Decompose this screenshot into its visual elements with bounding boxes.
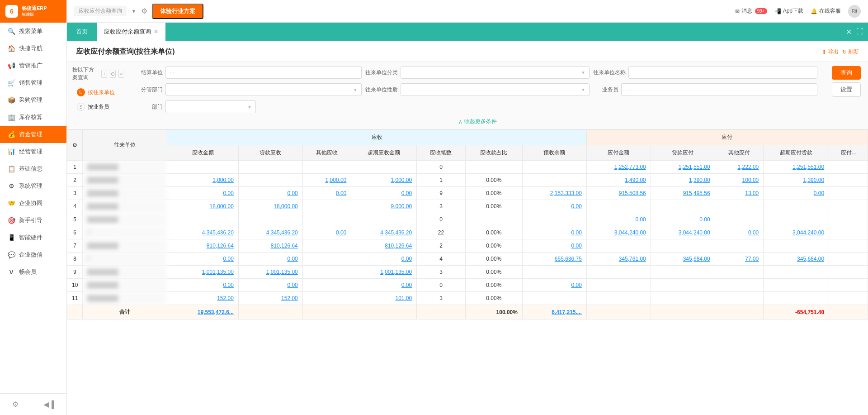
cell-ar_count: 3 [417,292,466,305]
sidebar-settings-btn[interactable]: ⚙ [8,397,23,411]
refresh-button[interactable]: ↻ 刷新 [842,48,859,56]
cell-ap_loan: 1,390.00 [651,174,715,187]
query-by-staff[interactable]: S 按业务员 [72,100,124,113]
cell-unit: ████████ [83,239,167,253]
sidebar-item-wechat[interactable]: 💬 企业微信 [0,246,66,263]
cell-ar_other: 0.00 [302,187,351,200]
query-options-panel: 按以下方案查询 + ⊙ « U 按往来单位 S 按业务员 [67,62,130,129]
unit-category-arrow: ▼ [581,70,585,75]
cell-ap_other [715,279,764,292]
sidebar-item-operation[interactable]: 📊 经营管理 [0,143,66,160]
unit-nature-label: 往来单位性质 [365,86,398,94]
cell-unit: ████████ [83,279,167,292]
sidebar-item-system[interactable]: ⚙ 系统管理 [0,177,66,195]
query-button[interactable]: 查询 [832,66,861,80]
sidebar-item-corp[interactable]: 🤝 企业协同 [0,195,66,212]
tab-arqry-label: 应收应付余额查询 [104,28,151,36]
cell-ap_overdue: 3,044,240.00 [764,226,829,239]
sidebar-item-marketing[interactable]: 📢 营销推广 [0,57,66,74]
payable-group-header: 应付 [586,130,868,145]
cell-ar_ratio: 0.00% [465,187,522,200]
sidebar-item-inventory[interactable]: 🏢 库存核算 [0,109,66,126]
unit-col-header: 往来单位 [83,130,167,161]
cell-ar_other [302,253,351,266]
tab-arqry[interactable]: 应收应付余额查询 ✕ [97,23,165,41]
cell-ar_prepay: 2,153,333.00 [522,187,586,200]
tab-home[interactable]: 首页 [67,23,97,41]
sidebar-item-quicknav[interactable]: 🏠 快捷导航 [0,40,66,57]
salesman-input[interactable]: ··· [621,83,817,96]
cell-ap_other: 13.00 [715,187,764,200]
header-dropdown-btn[interactable]: ▼ [131,8,137,14]
table-area: ⚙ 往来单位 应收 应付 应收金额 贷款应收 其他应收 超期应收金额 应收笔数 … [67,129,868,415]
filter-expand-btn[interactable]: « [118,70,124,78]
cell-ap_more [829,253,868,266]
cell-ap_more [829,187,868,200]
user-avatar[interactable]: Rit [848,5,861,18]
cell-ar_count: 4 [417,253,466,266]
collapse-btn[interactable]: ∧ 收起更多条件 [458,118,497,125]
cell-ap_amount [586,292,651,305]
cell-ar_ratio: 0.00% [465,279,522,292]
sidebar-logo: 6 畅捷通ERP 标准版 [0,0,66,23]
cell-ap_other [715,200,764,213]
online-service-btn[interactable]: 🔔 在线客服 [811,7,841,15]
cell-ar_loan: 152.00 [238,292,302,305]
table-header: ⚙ 往来单位 应收 应付 应收金额 贷款应收 其他应收 超期应收金额 应收笔数 … [67,130,868,161]
sidebar-item-guide[interactable]: 🎯 新手引导 [0,212,66,229]
header-gear-btn[interactable]: ⚙ [141,7,147,15]
table-row: 11████████152.00152.00101.0030.00% [67,292,868,305]
ar-prepay-header: 预收余额 [522,145,586,161]
cell-ar_overdue: 810,126.64 [351,239,417,253]
member-icon: V [7,268,15,276]
setting-button[interactable]: 设置 [832,82,861,97]
tab-fullscreen-btn[interactable]: ⛶ [856,28,863,36]
unit-name-input[interactable] [628,66,817,79]
sidebar-item-hardware[interactable]: 📱 智能硬件 [0,229,66,246]
dept-input[interactable]: ▼ [165,100,256,113]
cell-ar_other [302,292,351,305]
cell-ap_amount: 1,490.00 [586,174,651,187]
by-unit-icon: U [77,88,85,96]
export-button[interactable]: ⬆ 导出 [822,48,839,56]
cell-ar_count: 0 [417,279,466,292]
app-download-btn[interactable]: 📲 App下载 [774,7,803,15]
message-btn[interactable]: ✉ 消息 99+ [735,7,767,15]
collapse-row: ∧ 收起更多条件 [130,116,825,129]
inventory-icon: 🏢 [7,113,15,121]
sidebar-item-search[interactable]: 🔍 搜索菜单 [0,23,66,40]
cell-ar_ratio: 0.00% [465,174,522,187]
sidebar-collapse-btn[interactable]: ◀▐ [39,397,58,411]
table-settings-header[interactable]: ⚙ [67,130,83,161]
tab-close-icon[interactable]: ✕ [154,29,158,35]
filter-target-btn[interactable]: ⊙ [110,70,116,78]
tab-close-window-btn[interactable]: ✕ [846,28,852,36]
cell-ar_other [302,239,351,253]
dept-label: 部门 [137,103,163,111]
sidebar-item-sales[interactable]: 🛒 销售管理 [0,74,66,91]
company-input[interactable]: ··· [165,66,362,79]
sidebar-item-basic[interactable]: 📋 基础信息 [0,160,66,177]
query-by-unit[interactable]: U 按往来单位 [72,86,124,99]
filter-unit-nature-group: 往来单位性质 ▼ [365,83,590,96]
filter-company-group: 结算单位 ··· [137,66,362,79]
sidebar-item-member[interactable]: V 畅会员 [0,263,66,281]
unit-category-input[interactable]: ▼ [401,66,590,79]
logo-name: 畅捷通ERP [22,5,47,11]
dept-manage-input[interactable]: ▼ [165,83,362,96]
add-filter-btn[interactable]: + [101,70,107,78]
page-actions: ⬆ 导出 ↻ 刷新 [822,48,859,56]
sidebar-item-purchase[interactable]: 📦 采购管理 [0,91,66,109]
footer-ar-prepay: 6,417,215.... [522,305,586,320]
sidebar-item-label: 搜索菜单 [19,27,42,35]
header-right: ✉ 消息 99+ 📲 App下载 🔔 在线客服 Rit [735,5,861,18]
table-row: 7████████810,126.64810,126.64810,126.642… [67,239,868,253]
cell-ar_count: 22 [417,226,466,239]
table-header-group-row: ⚙ 往来单位 应收 应付 [67,130,868,145]
user-name: Rit [852,9,857,14]
sidebar-item-finance[interactable]: 💰 资金管理 [0,126,66,143]
cell-unit: ████████ [83,292,167,305]
promo-button[interactable]: 体验行业方案 [152,4,203,19]
dept-manage-arrow: ▼ [353,87,358,92]
unit-nature-input[interactable]: ▼ [401,83,590,96]
